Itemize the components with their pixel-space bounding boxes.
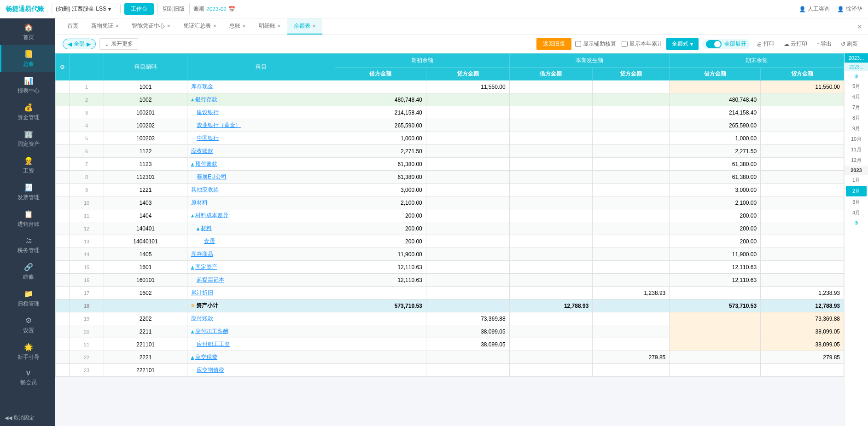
- expand-collapse-icon[interactable]: ▴: [191, 264, 194, 270]
- row-name[interactable]: 应付职工工资: [187, 338, 335, 351]
- refresh-button[interactable]: ↺ 刷新: [838, 39, 861, 49]
- table-row: 11 1404 ▴材料成本差异 200.00 200.00: [56, 209, 844, 222]
- time-month-10[interactable]: 10月: [845, 134, 868, 144]
- row-name[interactable]: 库存现金: [187, 81, 335, 93]
- expand-more-button[interactable]: ⌄ 展开更多: [99, 38, 138, 50]
- row-name[interactable]: ▴材料: [187, 222, 335, 235]
- tab-balance-sheet[interactable]: 余额表 ✕: [287, 18, 322, 35]
- company-select[interactable]: (勿删) 江西股金-LSS ▾: [52, 4, 121, 14]
- expand-collapse-icon[interactable]: ▴: [191, 354, 194, 360]
- time-month-8[interactable]: 8月: [845, 113, 868, 123]
- row-name[interactable]: 库存商品: [187, 248, 335, 261]
- row-name[interactable]: ▴应交税费: [187, 351, 335, 364]
- filter-tag-all[interactable]: ◀ 全部 ▶: [63, 39, 96, 49]
- expand-collapse-icon[interactable]: ▴: [191, 212, 194, 219]
- switch-button[interactable]: 切到旧版: [157, 3, 190, 15]
- sidebar-item-ledger[interactable]: 📒 总账: [0, 45, 55, 72]
- row-name[interactable]: 建设银行: [187, 106, 335, 119]
- time-panel-expand-icon[interactable]: ⊕: [845, 71, 868, 81]
- workbench-button[interactable]: 工作台: [124, 3, 154, 15]
- toggle-expand-switch[interactable]: [706, 40, 722, 48]
- tab-new-voucher[interactable]: 新增凭证 ✕: [85, 18, 125, 35]
- expand-collapse-icon[interactable]: ▴: [191, 328, 194, 334]
- row-name[interactable]: 应付账款: [187, 312, 335, 325]
- tab-detail-ledger-close[interactable]: ✕: [277, 23, 281, 29]
- user-menu[interactable]: 👤 徐泽华: [837, 5, 862, 13]
- time-panel-settings-icon[interactable]: ⊕: [845, 218, 868, 228]
- sidebar-item-tax[interactable]: 🗂 税务管理: [0, 232, 55, 258]
- row-name[interactable]: 原材料: [187, 196, 335, 209]
- consult-link[interactable]: 👤 人工咨询: [799, 5, 830, 13]
- time-month-12[interactable]: 12月: [845, 155, 868, 166]
- row-name[interactable]: ▴银行存款: [187, 93, 335, 106]
- time-month-11[interactable]: 11月: [845, 144, 868, 155]
- row-name[interactable]: 壹蛋: [187, 235, 335, 248]
- row-name[interactable]: 中国银行: [187, 132, 335, 145]
- table-container[interactable]: ⚙ 科目编码 科目 期初余额 本期发生额 期末余额 借方金额 贷方金额 借方金额: [55, 53, 844, 426]
- time-month-4[interactable]: 4月: [845, 207, 868, 218]
- sidebar-item-archive[interactable]: 📁 归档管理: [0, 285, 55, 311]
- tab-balance-sheet-close[interactable]: ✕: [312, 23, 316, 29]
- sidebar-item-home[interactable]: 🏠 首页: [0, 18, 55, 45]
- row-open-credit: [426, 196, 509, 209]
- row-name[interactable]: 应收账款: [187, 145, 335, 158]
- time-month-1[interactable]: 1月: [845, 175, 868, 185]
- show-ytd-input[interactable]: [622, 41, 628, 47]
- export-button[interactable]: ↑ 导出: [814, 39, 834, 49]
- expand-collapse-icon[interactable]: ▴: [191, 161, 194, 167]
- tab-general-ledger[interactable]: 总账 ✕: [223, 18, 252, 35]
- sidebar-bottom[interactable]: ◀◀ 取消固定: [0, 410, 55, 426]
- tab-new-voucher-close[interactable]: ✕: [115, 23, 119, 29]
- period-value[interactable]: 2023-02: [206, 6, 227, 12]
- expand-collapse-icon[interactable]: ▴: [197, 225, 199, 231]
- row-cur-credit: [593, 325, 670, 338]
- show-aux-checkbox[interactable]: 显示辅助核算: [575, 40, 616, 48]
- time-month-3[interactable]: 3月: [845, 197, 868, 207]
- sidebar-item-guide[interactable]: 🌟 新手引导: [0, 338, 55, 365]
- row-name[interactable]: ▴应付职工薪酬: [187, 325, 335, 338]
- cloud-print-button[interactable]: ☁ 云打印: [781, 39, 810, 49]
- sidebar-item-purchases[interactable]: 📋 进销台账: [0, 205, 55, 232]
- col-settings-icon[interactable]: ⚙: [56, 54, 70, 81]
- tab-voucher-summary[interactable]: 凭证汇总表 ✕: [177, 18, 223, 35]
- time-month-9[interactable]: 9月: [845, 123, 868, 134]
- row-name[interactable]: 累计折旧: [187, 287, 335, 299]
- sidebar-item-payroll[interactable]: 👷 工资: [0, 152, 55, 178]
- time-month-6[interactable]: 6月: [845, 92, 868, 102]
- expand-collapse-icon[interactable]: ▴: [191, 96, 194, 103]
- row-end-credit: 38,099.05: [761, 325, 844, 338]
- close-all-button[interactable]: ✕: [857, 23, 862, 30]
- tab-home[interactable]: 首页: [61, 18, 85, 35]
- toggle-expand-group[interactable]: 全部展开: [702, 39, 750, 49]
- time-month-2[interactable]: 2月: [846, 186, 867, 196]
- row-name[interactable]: ▴预付账款: [187, 158, 335, 171]
- print-button[interactable]: 🖨 打印: [754, 39, 777, 49]
- time-month-5[interactable]: 5月: [845, 81, 868, 92]
- row-name[interactable]: ▴固定资产: [187, 261, 335, 274]
- tab-detail-ledger[interactable]: 明细账 ✕: [252, 18, 287, 35]
- sidebar-item-invoices[interactable]: 🧾 发票管理: [0, 178, 55, 205]
- show-aux-input[interactable]: [575, 41, 581, 47]
- tab-general-ledger-close[interactable]: ✕: [242, 23, 246, 29]
- tab-smart-voucher-close[interactable]: ✕: [167, 23, 170, 29]
- tab-smart-voucher[interactable]: 智能凭证中心 ✕: [125, 18, 177, 35]
- full-mode-button[interactable]: 全额式 ▾: [666, 38, 699, 50]
- sidebar-item-member[interactable]: V 畅会员: [0, 365, 55, 390]
- row-name[interactable]: 起提票记本: [187, 274, 335, 287]
- row-name[interactable]: ▴材料成本差异: [187, 209, 335, 222]
- pin-icon: ◀◀: [5, 415, 12, 421]
- row-name[interactable]: 其他应收款: [187, 184, 335, 196]
- sidebar-item-assets[interactable]: 🏢 固定资产: [0, 125, 55, 152]
- row-name[interactable]: 赛属EU公司: [187, 171, 335, 184]
- return-old-button[interactable]: 返回旧版: [536, 38, 571, 50]
- time-month-7[interactable]: 7月: [845, 102, 868, 113]
- sidebar-item-reports[interactable]: 📊 报表中心: [0, 72, 55, 98]
- row-name[interactable]: 应交增值税: [187, 364, 335, 377]
- sidebar-item-funds[interactable]: 💰 资金管理: [0, 98, 55, 125]
- sidebar-item-settings[interactable]: ⚙ 设置: [0, 311, 55, 338]
- row-name[interactable]: 农业银行（黄金）: [187, 119, 335, 132]
- sidebar-item-closing[interactable]: 🔗 结账: [0, 258, 55, 285]
- show-ytd-checkbox[interactable]: 显示本年累计: [622, 40, 663, 48]
- row-settings-cell: [56, 287, 70, 299]
- tab-voucher-summary-close[interactable]: ✕: [213, 23, 216, 29]
